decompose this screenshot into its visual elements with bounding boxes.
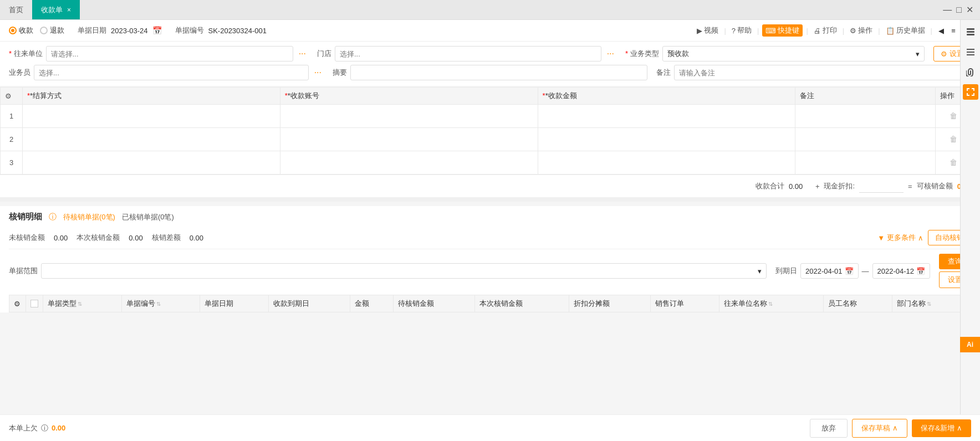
doc-date-value: 2023-03-24 (111, 27, 148, 35)
svg-rect-3 (967, 49, 974, 50)
video-btn[interactable]: ▶ 视频 (695, 24, 721, 37)
cell-account-1[interactable] (280, 105, 538, 128)
tab-shoukuan[interactable]: 收款单 × (32, 0, 80, 19)
minimize-icon[interactable]: — (943, 5, 952, 15)
calendar-icon[interactable]: 📅 (152, 26, 162, 35)
sidebar-expand-icon[interactable] (963, 84, 978, 100)
radio-tuikuan[interactable]: 退款 (40, 25, 64, 35)
unchecked-amount-value: 0.00 (54, 234, 68, 242)
date-end-field[interactable]: 2022-04-12 📅 (872, 263, 931, 279)
th-current-amount: 本次核销金额 (474, 295, 569, 312)
section-divider (0, 197, 980, 202)
prev-layout-icon[interactable]: ◀ (936, 25, 947, 36)
sidebar-detail-icon[interactable] (963, 44, 978, 60)
counterparty-more-icon[interactable]: ··· (297, 49, 308, 59)
sidebar-table-icon[interactable] (963, 24, 978, 40)
cell-settle-2[interactable] (23, 128, 280, 151)
table-gear-icon[interactable]: ⚙ (14, 300, 21, 308)
list-layout-icon[interactable]: ≡ (948, 25, 959, 36)
summary-input[interactable] (350, 65, 647, 80)
cell-notes-3[interactable] (795, 151, 936, 175)
ai-badge[interactable]: Ai (960, 337, 980, 352)
maximize-icon[interactable]: □ (956, 5, 962, 15)
th-sales-order: 销售订单 (651, 295, 719, 312)
pending-tab[interactable]: 待核销单据(0笔) (63, 212, 115, 222)
radio-dot-tuikuan (40, 27, 48, 34)
calendar-start-icon: 📅 (845, 267, 854, 275)
delete-icon-3[interactable]: 🗑 (950, 158, 957, 167)
balance-info-icon[interactable]: ⓘ (41, 423, 48, 433)
table-row: 3 🗑 ⧉ (1, 151, 980, 175)
delete-icon-2[interactable]: 🗑 (950, 135, 957, 144)
store-input[interactable] (335, 46, 601, 61)
cell-notes-2[interactable] (795, 128, 936, 151)
cash-discount-input[interactable] (859, 180, 904, 193)
svg-rect-5 (967, 54, 974, 55)
svg-rect-4 (967, 52, 974, 53)
th-doc-type: 单据类型 ⇅ (43, 295, 122, 312)
summary-field: 摘要 (333, 65, 647, 80)
top-section: 收款 退款 单据日期 2023-03-24 📅 单据编号 SK-20230324… (0, 20, 980, 42)
action-buttons: 放弃 保存草稿 ∧ 保存&新增 ∧ (810, 419, 971, 438)
print-btn[interactable]: 🖨 打印 (811, 24, 839, 37)
salesperson-input[interactable] (34, 65, 309, 80)
notes-input[interactable] (674, 65, 971, 80)
table-settings-gear-icon[interactable]: ⚙ (5, 92, 12, 100)
cell-account-2[interactable] (280, 128, 538, 151)
tab-close-icon[interactable]: × (67, 6, 71, 14)
cell-settle-1[interactable] (23, 105, 280, 128)
date-start-field[interactable]: 2022-04-01 📅 (800, 263, 859, 279)
store-more-icon[interactable]: ··· (605, 49, 616, 59)
hexiao-table: ⚙ 单据类型 ⇅ 单据编号 ⇅ (9, 295, 971, 312)
tab-home[interactable]: 首页 (0, 0, 32, 19)
cell-notes-1[interactable] (795, 105, 936, 128)
history-btn[interactable]: 📋 历史单据 (884, 24, 927, 37)
form-section: * 往来单位 ··· 门店 ··· * 业务类型 预收款 ▾ ⚙ 设置 (0, 42, 980, 86)
delete-icon-1[interactable]: 🗑 (950, 111, 957, 121)
more-filter-btn[interactable]: ▼ 更多条件 ∧ (877, 233, 923, 243)
counterparty-input[interactable] (46, 46, 293, 61)
svg-rect-0 (967, 28, 974, 30)
select-all-checkbox[interactable] (30, 300, 38, 307)
store-field: 门店 ··· (317, 46, 616, 61)
th-due-date: 收款到期日 (269, 295, 350, 312)
filter-icon: ▼ (877, 234, 885, 242)
range-filter-select[interactable]: ▾ (41, 263, 767, 279)
chevron-up-icon: ∧ (918, 234, 923, 242)
row-num-1: 1 (1, 105, 23, 128)
th-gear: ⚙ (9, 295, 26, 312)
th-counterparty: 往来单位名称 ⇅ (719, 295, 824, 312)
abandon-button[interactable]: 放弃 (810, 419, 848, 438)
cell-amount-3[interactable] (538, 151, 795, 175)
sort-icon[interactable]: ⇅ (78, 301, 82, 307)
notes-field: 备注 (656, 65, 971, 80)
top-row1: 收款 退款 单据日期 2023-03-24 📅 单据编号 SK-20230324… (9, 24, 971, 37)
radio-shoukuan[interactable]: 收款 (9, 25, 33, 35)
cell-amount-2[interactable] (538, 128, 795, 151)
salesperson-field: 业务员 ··· (9, 65, 324, 80)
operation-btn[interactable]: ⚙ 操作 (848, 24, 875, 37)
filter-row: 单据范围 ▾ 到期日 2022-04-01 📅 — 2022-04-12 📅 查… (9, 249, 971, 293)
sidebar-attachment-icon[interactable] (963, 64, 978, 80)
save-draft-button[interactable]: 保存草稿 ∧ (852, 419, 907, 438)
hexiao-info-icon[interactable]: ⓘ (49, 212, 57, 222)
sort-icon-counterparty[interactable]: ⇅ (768, 301, 773, 307)
help-btn[interactable]: ? 帮助 (729, 24, 754, 37)
th-doc-date: 单据日期 (200, 295, 269, 312)
salesperson-more-icon[interactable]: ··· (312, 68, 324, 78)
cell-account-3[interactable] (280, 151, 538, 175)
save-new-button[interactable]: 保存&新增 ∧ (912, 419, 971, 437)
done-tab[interactable]: 已核销单据(0笔) (122, 212, 174, 222)
sort-icon-dept[interactable]: ⇅ (927, 301, 931, 307)
svg-rect-2 (967, 34, 974, 35)
th-discount: 折扣分摊额 (569, 295, 651, 312)
shortcut-btn[interactable]: ⌨ 快捷键 (762, 24, 803, 37)
chevron-up-save-icon: ∧ (892, 424, 898, 432)
cell-settle-3[interactable] (23, 151, 280, 175)
sort-icon-no[interactable]: ⇅ (156, 301, 161, 307)
business-type-select[interactable]: 预收款 ▾ (662, 46, 925, 61)
th-amount: **收款金额 (538, 88, 795, 105)
close-icon[interactable]: ✕ (966, 4, 973, 15)
cell-amount-1[interactable] (538, 105, 795, 128)
chevron-up-new-icon: ∧ (957, 424, 962, 432)
